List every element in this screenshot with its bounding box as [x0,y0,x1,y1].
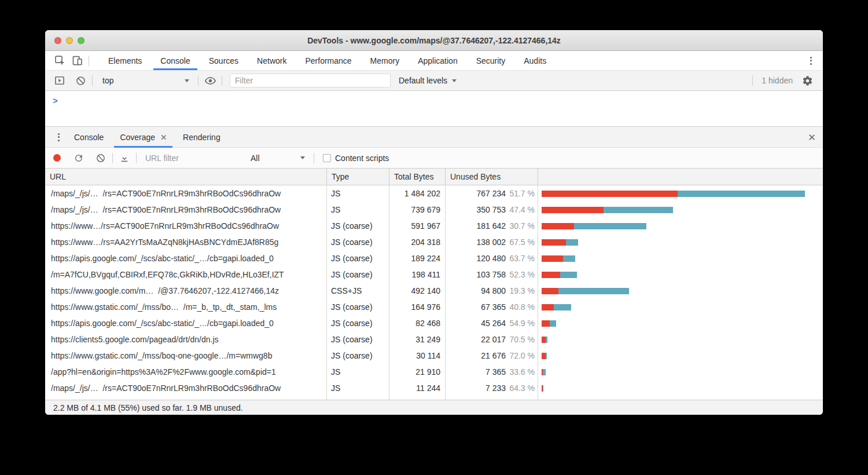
used-bar-segment [604,207,672,213]
console-filter-input[interactable] [230,74,391,87]
tab-security[interactable]: Security [467,51,515,70]
console-log-area[interactable]: > [45,91,823,126]
drawer-tab-coverage[interactable]: Coverage [112,127,175,147]
unused-bar-segment [542,288,558,294]
usage-bar [542,255,575,262]
drawer-tab-label: Rendering [183,133,220,142]
drawer-tab-console[interactable]: Console [66,127,112,147]
tab-console[interactable]: Console [151,51,199,70]
column-header-url[interactable]: URL [45,169,327,185]
desktop-background: DevTools - www.google.com/maps/@37.76462… [0,0,868,475]
row-total-bytes: 189 224 [389,250,446,266]
table-row[interactable]: /app?hl=en&origin=https%3A%2F%2Fwww.goog… [45,364,823,380]
row-unused-bytes: 103 758 52.3 % [446,266,538,283]
used-bar-segment [543,369,545,375]
drawer-tab-rendering[interactable]: Rendering [175,127,229,147]
table-row[interactable]: https://www.gstatic.com/_/mss/bo… /m=_b,… [45,299,823,315]
usage-bar [542,353,547,359]
device-toolbar-icon[interactable] [68,51,86,70]
table-row[interactable]: /maps/_/js/… /rs=ACT90oE7nRnrLR9m3hrRBoO… [45,185,823,202]
row-unused-bytes: 120 480 63.7 % [446,250,538,266]
unused-bytes-value: 45 264 [481,319,506,328]
unused-bar-segment [542,320,550,327]
clear-console-icon[interactable] [72,75,89,86]
row-total-bytes: 82 468 [389,315,446,331]
row-type: JS [327,185,389,202]
row-unused-bytes: 181 642 30.7 % [446,218,538,234]
record-coverage-button[interactable] [53,154,61,162]
reload-icon[interactable] [70,153,87,163]
tab-elements[interactable]: Elements [99,51,151,70]
close-drawer-icon[interactable] [808,134,815,141]
column-header-unused-bytes[interactable]: Unused Bytes [446,169,538,185]
devtools-tabs: ElementsConsoleSourcesNetworkPerformance… [99,51,556,70]
column-header-bar[interactable] [538,169,823,185]
zoom-window-button[interactable] [78,37,84,44]
unused-bytes-value: 22 017 [481,335,506,344]
window-titlebar[interactable]: DevTools - www.google.com/maps/@37.76462… [45,30,823,51]
minimize-window-button[interactable] [66,37,73,44]
export-download-icon[interactable] [116,153,133,163]
toolbar-divider [752,75,753,86]
tab-application[interactable]: Application [409,51,467,70]
used-bar-segment [563,255,575,262]
tab-audits[interactable]: Audits [514,51,556,70]
row-unused-bytes: 767 234 51.7 % [446,185,538,202]
usage-bar [542,239,578,246]
tab-network[interactable]: Network [248,51,296,70]
table-row[interactable]: https://apis.google.com/_/scs/abc-static… [45,315,823,331]
row-url: https://www…/rs=AA2YrTsMaAZqN8kjHAsBNCYd… [45,234,327,250]
row-total-bytes: 21 910 [389,364,446,380]
unused-bar-segment [542,272,560,278]
clear-coverage-icon[interactable] [92,153,109,163]
row-url: /maps/_/js/… /rs=ACT90oE7nRnrLR9m3hrRBoO… [45,185,327,202]
row-total-bytes: 591 967 [389,218,446,234]
tab-sources[interactable]: Sources [200,51,248,70]
table-row[interactable]: /maps/_/js/… /rs=ACT90oE7nRnrLR9m3hrRBoO… [45,202,823,218]
row-type: JS (coarse) [327,348,389,364]
table-row[interactable]: https://clients5.google.com/pagead/drt/d… [45,331,823,348]
coverage-summary-text: 2.2 MB of 4.1 MB (55%) used so far. 1.9 … [53,403,243,412]
row-url: https://www.google.com/m… /@37.7646207,-… [45,283,327,299]
table-row[interactable]: https://apis.google.com/_/scs/abc-static… [45,250,823,266]
table-row[interactable]: https://www.google.com/m… /@37.7646207,-… [45,283,823,299]
usage-bar [542,272,577,278]
drawer-more-options-icon[interactable] [51,127,66,147]
devtools-window: DevTools - www.google.com/maps/@37.76462… [45,30,823,415]
tab-memory[interactable]: Memory [361,51,409,70]
javascript-context-select[interactable]: top [95,76,195,85]
show-console-sidebar-icon[interactable] [51,75,68,86]
coverage-type-select[interactable]: All [251,154,311,163]
console-prompt-chevron[interactable]: > [53,96,58,105]
unused-bar-segment [542,191,678,197]
close-window-button[interactable] [54,37,61,44]
column-header-total-bytes[interactable]: Total Bytes [389,169,446,185]
live-expression-eye-icon[interactable] [201,75,219,87]
table-row[interactable]: /maps/_/js/… /rs=ACT90oE7nRnrLR9m3hrRBoO… [45,380,823,396]
table-row[interactable]: https://www…/rs=ACT90oE7nRnrLR9m3hrRBoOd… [45,218,823,234]
row-type: JS (coarse) [327,234,389,250]
row-unused-bytes: 7 365 33.6 % [446,364,538,380]
log-levels-select[interactable]: Default levels [399,76,457,85]
usage-bar [542,369,546,375]
console-settings-gear-icon[interactable] [799,75,816,86]
drawer-tabbar: ConsoleCoverageRendering [45,126,823,148]
tab-performance[interactable]: Performance [296,51,361,70]
table-row[interactable]: https://www.gstatic.com/_/mss/boq-one-go… [45,348,823,364]
unused-percent-value: 33.6 % [506,367,535,377]
table-row[interactable]: /m=A7fCU,BVgquf,CBIRxf,EFQ78c,GkRiKb,HDv… [45,266,823,283]
inspect-element-icon[interactable] [51,51,68,70]
table-row[interactable]: https://www…/rs=AA2YrTsMaAZqN8kjHAsBNCYd… [45,234,823,250]
url-filter-input[interactable] [145,154,238,163]
content-scripts-checkbox[interactable] [323,154,331,162]
row-type: JS (coarse) [327,250,389,266]
column-header-type[interactable]: Type [327,169,389,185]
row-url: https://www…/rs=ACT90oE7nRnrLR9m3hrRBoOd… [45,218,327,234]
row-type: JS (coarse) [327,299,389,315]
console-toolbar: top Default levels 1 hidden [45,71,823,91]
close-tab-icon[interactable] [160,134,166,140]
more-options-icon[interactable] [802,51,819,70]
row-total-bytes: 198 411 [389,266,446,283]
unused-percent-value: 54.9 % [506,319,535,328]
row-total-bytes: 164 976 [389,299,446,315]
